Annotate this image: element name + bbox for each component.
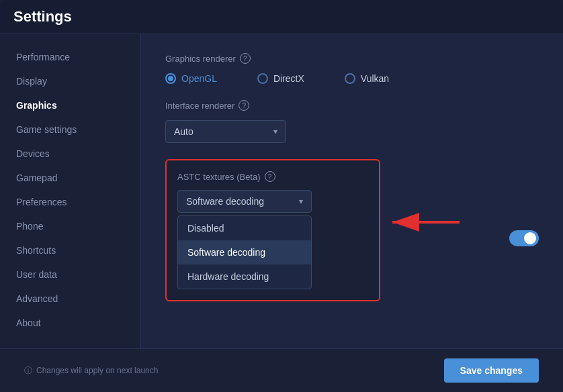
interface-renderer-help-icon[interactable]: ? [239,100,249,111]
footer-note-text: Changes will apply on next launch [36,366,158,375]
renderer-vulkan-label: Vulkan [361,73,389,84]
renderer-vulkan-radio[interactable] [345,73,355,84]
interface-renderer-arrow-icon: ▾ [273,127,277,136]
graphics-renderer-radio-group: OpenGL DirectX Vulkan [165,73,539,84]
graphics-renderer-label: Graphics renderer ? [165,53,539,64]
sidebar-item-display[interactable]: Display [0,69,140,93]
renderer-opengl-label: OpenGL [181,73,217,84]
save-button[interactable]: Save changes [444,358,539,383]
interface-renderer-label: Interface renderer ? [165,100,539,111]
sidebar-item-advanced[interactable]: Advanced [0,287,140,311]
main-content: Graphics renderer ? OpenGL DirectX Vulka… [141,34,563,348]
renderer-directx-label: DirectX [273,73,304,84]
sidebar-item-performance[interactable]: Performance [0,45,140,69]
astc-dropdown-arrow-icon: ▾ [299,197,303,206]
interface-renderer-value: Auto [174,126,193,137]
sidebar-item-phone[interactable]: Phone [0,214,140,238]
renderer-directx-radio[interactable] [257,73,268,84]
toggle-container [509,230,539,246]
app-container: Settings Performance Display Graphics Ga… [0,0,563,392]
renderer-directx-option[interactable]: DirectX [257,73,304,84]
sidebar-item-game-settings[interactable]: Game settings [0,117,140,142]
astc-dropdown-menu: Disabled Software decoding Hardware deco… [177,215,312,289]
graphics-renderer-help-icon[interactable]: ? [240,53,251,64]
astc-dropdown-trigger[interactable]: Software decoding ▾ [177,190,312,213]
sidebar-item-devices[interactable]: Devices [0,142,140,166]
info-icon: ⓘ [24,365,32,377]
footer-note: ⓘ Changes will apply on next launch [24,365,158,377]
astc-option-software-decoding[interactable]: Software decoding [178,240,311,264]
footer: ⓘ Changes will apply on next launch Save… [0,348,563,392]
renderer-vulkan-option[interactable]: Vulkan [345,73,389,84]
page-title: Settings [13,8,550,26]
sidebar-item-gamepad[interactable]: Gamepad [0,166,140,190]
arrow-annotation [386,209,460,238]
renderer-opengl-radio[interactable] [165,73,176,84]
content-area: Performance Display Graphics Game settin… [0,34,563,348]
astc-selected-value: Software decoding [186,196,264,207]
astc-textures-box: ASTC textures (Beta) ? Software decoding… [165,159,380,301]
astc-option-disabled[interactable]: Disabled [178,216,311,240]
sidebar-item-graphics[interactable]: Graphics [0,93,140,117]
sidebar-item-about[interactable]: About [0,311,140,335]
toggle-switch[interactable] [509,230,539,246]
renderer-opengl-option[interactable]: OpenGL [165,73,217,84]
title-bar: Settings [0,0,563,34]
astc-help-icon[interactable]: ? [265,171,275,182]
interface-renderer-dropdown-container: Auto ▾ [165,120,539,143]
sidebar-item-shortcuts[interactable]: Shortcuts [0,238,140,262]
astc-option-hardware-decoding[interactable]: Hardware decoding [178,264,311,289]
sidebar: Performance Display Graphics Game settin… [0,34,141,348]
astc-title: ASTC textures (Beta) ? [177,171,368,182]
sidebar-item-user-data[interactable]: User data [0,262,140,287]
sidebar-item-preferences[interactable]: Preferences [0,190,140,214]
interface-renderer-dropdown[interactable]: Auto ▾ [165,120,286,143]
